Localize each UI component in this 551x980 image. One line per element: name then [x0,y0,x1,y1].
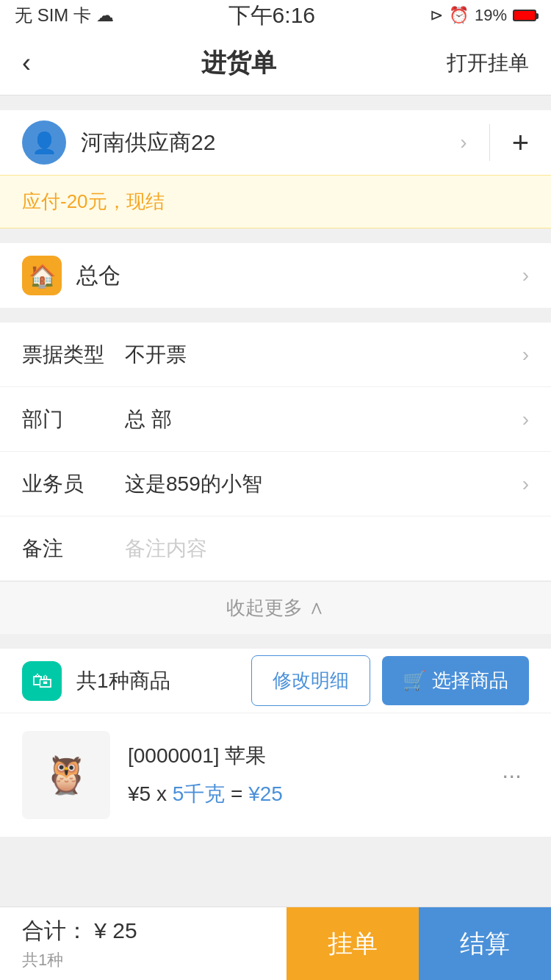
bottom-bar: 合计： ¥ 25 共1种 挂单 结算 [0,907,551,980]
product-price: ¥5 x 5千克 = ¥25 [128,780,494,808]
remark-label: 备注 [22,535,125,563]
invoice-type-row[interactable]: 票据类型 不开票 › [0,323,551,387]
hang-order-button[interactable]: 挂单 [287,907,419,980]
supplier-name: 河南供应商22 [81,128,460,158]
department-label: 部门 [22,406,125,433]
price-eq: = [225,782,248,805]
collapse-button[interactable]: 收起更多 ∧ [0,581,551,634]
edit-detail-button[interactable]: 修改明细 [251,655,370,706]
battery-level: 19% [475,6,507,25]
warehouse-arrow-icon: › [522,264,529,287]
warehouse-row[interactable]: 🏠 总仓 › [0,243,551,308]
bottom-total: 合计： ¥ 25 共1种 [0,907,287,980]
warehouse-section: 🏠 总仓 › [0,243,551,308]
supplier-avatar: 👤 [22,120,66,165]
product-code: [0000001] [128,744,225,767]
product-count: 共1种商品 [76,667,251,695]
product-section: 🛍 共1种商品 修改明细 🛒 选择商品 🦉 [0000001] 苹果 ¥5 x … [0,649,551,837]
bag-icon: 🛍 [32,669,52,693]
product-item: 🦉 [0000001] 苹果 ¥5 x 5千克 = ¥25 ··· [0,713,551,837]
invoice-type-arrow-icon: › [522,343,529,367]
nav-bar: ‹ 进货单 打开挂单 [0,31,551,96]
total-sub: 共1种 [22,949,264,971]
status-bar: 无 SIM 卡 ☁ 下午6:16 ⊳ ⏰ 19% [0,0,551,31]
invoice-type-label: 票据类型 [22,341,125,369]
total-label: 合计： [22,918,88,943]
salesperson-arrow-icon: › [522,472,529,496]
department-row[interactable]: 部门 总 部 › [0,387,551,452]
total-value: ¥ 25 [94,918,137,943]
battery-icon [513,10,536,21]
invoice-type-value: 不开票 [125,341,522,369]
select-product-button[interactable]: 🛒 选择商品 [382,656,529,705]
remark-input[interactable]: 备注内容 [125,535,529,563]
department-arrow-icon: › [522,408,529,431]
salesperson-value: 这是859的小智 [125,470,522,498]
open-hang-button[interactable]: 打开挂单 [447,49,529,77]
avatar-icon: 👤 [32,131,57,155]
supplier-row[interactable]: 👤 河南供应商22 › + [0,110,551,175]
status-left: 无 SIM 卡 ☁ [15,4,114,27]
status-right: ⊳ ⏰ 19% [430,6,536,25]
product-name: [0000001] 苹果 [128,742,494,770]
gap-4 [0,634,551,649]
salesperson-label: 业务员 [22,470,125,498]
unit-price: ¥5 x [128,782,173,805]
product-thumbnail: 🦉 [22,731,110,819]
notice-bar: 应付-20元，现结 [0,175,551,228]
product-header: 🛍 共1种商品 修改明细 🛒 选择商品 [0,649,551,713]
supplier-divider [489,124,490,161]
select-product-label: 选择商品 [432,668,508,693]
supplier-section: 👤 河南供应商22 › + 应付-20元，现结 [0,110,551,228]
checkout-button[interactable]: 结算 [419,907,551,980]
product-total: ¥25 [248,782,283,805]
total-amount: 合计： ¥ 25 [22,916,264,946]
location-icon: ⊳ [430,6,443,25]
back-button[interactable]: ‹ [22,48,31,79]
gap-1 [0,96,551,110]
cart-icon: 🛒 [403,669,426,692]
form-section: 票据类型 不开票 › 部门 总 部 › 业务员 这是859的小智 › 备注 备注… [0,323,551,634]
warehouse-name: 总仓 [76,261,522,291]
warehouse-icon: 🏠 [22,256,62,295]
collapse-label: 收起更多 ∧ [226,595,324,621]
gap-3 [0,308,551,323]
page-title: 进货单 [201,46,276,80]
department-value: 总 部 [125,406,522,433]
product-info: [0000001] 苹果 ¥5 x 5千克 = ¥25 [128,742,494,808]
product-title: 苹果 [225,744,266,767]
sim-status: 无 SIM 卡 ☁ [15,4,114,27]
product-section-icon: 🛍 [22,661,62,701]
salesperson-row[interactable]: 业务员 这是859的小智 › [0,452,551,516]
alarm-icon: ⏰ [449,6,469,25]
product-quantity: 5千克 [173,782,226,805]
product-thumb-icon: 🦉 [43,754,89,796]
notice-text: 应付-20元，现结 [22,190,165,212]
bottom-padding [0,837,551,911]
status-time: 下午6:16 [228,1,315,31]
supplier-arrow-icon: › [460,131,467,154]
remark-row[interactable]: 备注 备注内容 [0,516,551,581]
gap-2 [0,228,551,243]
add-supplier-button[interactable]: + [512,126,529,159]
product-more-button[interactable]: ··· [494,762,529,789]
